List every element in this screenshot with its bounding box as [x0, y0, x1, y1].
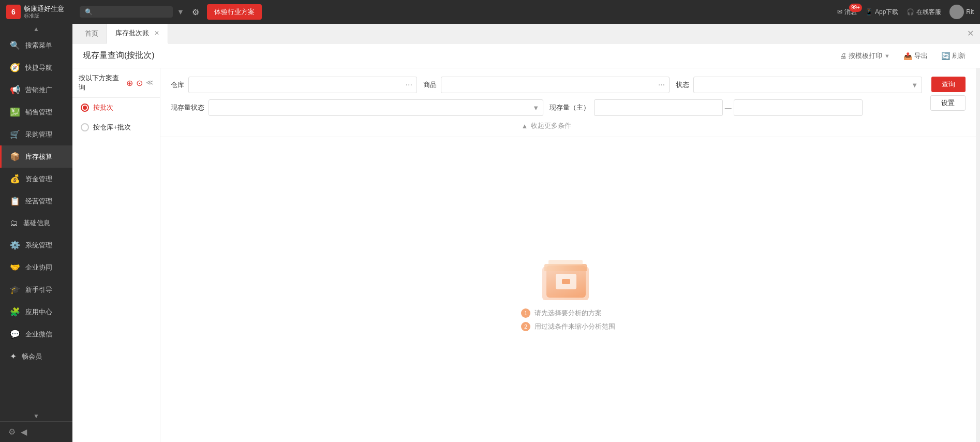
topbar: 6 畅康通好生意 标准版 🔍 ▼ ⚙ 体验行业方案 ✉ 消息 99+ 📱 App… [0, 0, 980, 24]
sidebar-item-label: 畅会员 [22, 352, 42, 361]
dropdown-icon[interactable]: ▼ [177, 8, 184, 16]
tab-close-icon[interactable]: ✕ [154, 30, 159, 37]
inventory-status-select[interactable] [209, 99, 543, 116]
user-menu-button[interactable]: Rit [949, 5, 974, 19]
trial-button[interactable]: 体验行业方案 [207, 4, 262, 20]
warehouse-input[interactable] [189, 81, 402, 89]
filter-row-1: 仓库 ··· 商品 [171, 77, 922, 93]
appcenter-icon: 🧩 [10, 307, 20, 317]
enterprise-icon: 🤝 [10, 262, 20, 272]
add-scheme-icon[interactable]: ⊕ [126, 78, 133, 88]
goods-field: 商品 ··· [423, 77, 670, 93]
sidebar-scroll-up[interactable]: ▲ [0, 24, 72, 34]
settings-icon[interactable]: ⚙ [8, 427, 16, 437]
scheme-dot-warehouse-batch [81, 123, 89, 131]
system-icon: ⚙️ [10, 240, 20, 250]
messages-badge: 99+ [849, 4, 862, 12]
gear-button[interactable]: ⚙ [188, 5, 203, 19]
sidebar-item-appcenter[interactable]: 🧩 应用中心 [0, 301, 72, 323]
sidebar-item-basic[interactable]: 🗂 基础信息 [0, 212, 72, 234]
sidebar-item-operation[interactable]: 📋 经营管理 [0, 190, 72, 212]
filter-panel-header: 按以下方案查询 ⊕ ⊙ ≪ [72, 68, 160, 98]
settings-button[interactable]: 设置 [930, 95, 966, 111]
collapse-icon[interactable]: ◀ [21, 427, 27, 437]
newbie-icon: 🎓 [10, 285, 20, 294]
sidebar-items: 🔍 搜索菜单 🧭 快捷导航 📢 营销推广 💹 销售管理 🛒 采购管理 📦 [0, 34, 72, 411]
app-download-button[interactable]: 📱 App下载 [865, 8, 898, 17]
online-service-button[interactable]: 🎧 在线客服 [907, 8, 941, 17]
collapse-conditions-label: 收起更多条件 [531, 121, 571, 130]
inventory-qty-from[interactable] [594, 99, 723, 116]
tab-panel-close-button[interactable]: ✕ [967, 28, 980, 38]
search-area[interactable]: 🔍 [80, 6, 173, 18]
messages-button[interactable]: ✉ 消息 99+ [837, 8, 857, 17]
chevron-up-icon: ▲ [522, 122, 528, 130]
sidebar-item-finance[interactable]: 💰 资金管理 [0, 168, 72, 190]
print-icon: 🖨 [839, 52, 847, 60]
print-button[interactable]: 🖨 按模板打印 ▼ [835, 49, 894, 63]
refresh-icon: 🔄 [941, 52, 950, 60]
goods-dots-icon[interactable]: ··· [654, 80, 669, 90]
tab-home[interactable]: 首页 [77, 24, 107, 43]
sidebar-item-label: 系统管理 [25, 241, 52, 250]
scheme-label-batch: 按批次 [93, 103, 113, 112]
scheme-dot-batch [81, 104, 89, 112]
status-select[interactable] [693, 77, 922, 93]
inventory-status-select-wrap: ▼ [209, 99, 543, 116]
app-logo: 6 畅康通好生意 标准版 [6, 5, 73, 19]
sidebar-item-inventory[interactable]: 📦 库存核算 [0, 145, 72, 168]
goods-input[interactable] [441, 81, 654, 89]
tab-inventory-batch[interactable]: 库存批次账 ✕ [107, 24, 168, 43]
finance-icon: 💰 [10, 174, 20, 184]
warehouse-dots-icon[interactable]: ··· [402, 80, 417, 90]
tip-text-1: 请先选择要分析的方案 [534, 308, 602, 318]
inventory-qty-field: 现存量（主） — [550, 99, 922, 116]
sidebar-item-label: 搜索菜单 [25, 41, 52, 50]
sidebar-item-wechat[interactable]: 💬 企业微信 [0, 323, 72, 345]
sidebar-item-label: 应用中心 [25, 307, 52, 317]
online-service-label: 在线客服 [916, 8, 941, 17]
sidebar-item-system[interactable]: ⚙️ 系统管理 [0, 234, 72, 256]
refresh-button[interactable]: 🔄 刷新 [937, 49, 970, 63]
logo-icon: 6 [6, 5, 21, 19]
export-button[interactable]: 📤 导出 [899, 49, 932, 63]
range-separator: — [723, 104, 734, 112]
page-header-actions: 🖨 按模板打印 ▼ 📤 导出 🔄 刷新 [835, 49, 970, 63]
sidebar-item-sales[interactable]: 💹 销售管理 [0, 101, 72, 123]
search-icon: 🔍 [10, 40, 20, 50]
inventory-qty-to[interactable] [734, 99, 863, 116]
sidebar-item-label: 营销推广 [25, 85, 52, 95]
gear-scheme-icon[interactable]: ⊙ [136, 78, 143, 88]
print-dropdown-icon[interactable]: ▼ [884, 53, 890, 59]
sidebar-item-marketing[interactable]: 📢 营销推广 [0, 79, 72, 101]
sidebar-scroll-down[interactable]: ▼ [0, 411, 72, 421]
wechat-icon: 💬 [10, 329, 20, 339]
scheme-item-warehouse-batch[interactable]: 按仓库+批次 [72, 117, 160, 137]
box-face [556, 274, 576, 289]
filter-panel-icons: ⊕ ⊙ ≪ [126, 78, 154, 88]
sidebar-item-shortcut[interactable]: 🧭 快捷导航 [0, 56, 72, 79]
content-area: 首页 库存批次账 ✕ ✕ 现存量查询(按批次) 🖨 按模板打印 ▼ 📤 导出 [72, 24, 980, 442]
sidebar-bottom: ⚙ ◀ [0, 421, 72, 442]
app-download-label: App下载 [875, 8, 898, 17]
operation-icon: 📋 [10, 196, 20, 206]
sidebar-item-purchase[interactable]: 🛒 采购管理 [0, 123, 72, 145]
sidebar-item-label: 快捷导航 [25, 63, 52, 72]
box-lid [544, 264, 587, 271]
export-icon: 📤 [903, 52, 912, 60]
sidebar-item-label: 采购管理 [25, 130, 52, 139]
sidebar-item-search[interactable]: 🔍 搜索菜单 [0, 34, 72, 56]
query-button[interactable]: 查询 [931, 77, 966, 92]
scheme-item-batch[interactable]: 按批次 [72, 98, 160, 117]
collapse-panel-icon[interactable]: ≪ [146, 78, 154, 88]
collapse-conditions-row[interactable]: ▲ 收起更多条件 [171, 118, 922, 132]
sidebar-item-enterprise[interactable]: 🤝 企业协同 [0, 256, 72, 278]
goods-label: 商品 [423, 80, 437, 90]
user-name: Rit [966, 8, 974, 16]
avatar [949, 5, 964, 19]
right-scrollbar[interactable] [976, 68, 980, 442]
tip-num-2: 2 [521, 322, 530, 331]
topbar-center: 🔍 ▼ ⚙ 体验行业方案 [73, 4, 837, 20]
sidebar-item-newbie[interactable]: 🎓 新手引导 [0, 278, 72, 301]
sidebar-item-vip[interactable]: ✦ 畅会员 [0, 345, 72, 367]
